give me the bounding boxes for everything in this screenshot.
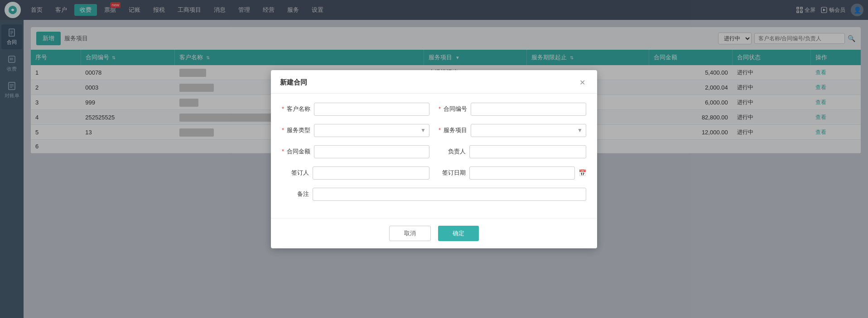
form-group-sign-date: 签订日期 2023-06-06 📅 <box>439 166 586 180</box>
form-group-service-item: * 服务项目 ▼ <box>439 124 586 137</box>
required-mark-4: * <box>439 127 441 133</box>
form-group-responsible: 负责人 <box>439 145 586 158</box>
calendar-icon[interactable]: 📅 <box>579 169 586 176</box>
new-contract-modal: 新建合同 ✕ * 客户名称 * 合同编号 <box>271 70 597 248</box>
modal-overlay: 新建合同 ✕ * 客户名称 * 合同编号 <box>0 0 868 318</box>
contract-no-input[interactable] <box>471 103 586 116</box>
amount-label: * 合同金额 <box>282 147 310 156</box>
required-mark-2: * <box>439 105 441 112</box>
contract-no-label: * 合同编号 <box>439 105 467 113</box>
cancel-button[interactable]: 取消 <box>389 226 431 241</box>
responsible-label: 负责人 <box>439 147 466 156</box>
signer-input[interactable] <box>313 166 429 180</box>
modal-footer: 取消 确定 <box>271 218 597 248</box>
sign-date-input[interactable]: 2023-06-06 <box>469 166 575 180</box>
service-type-wrapper: ▼ <box>314 124 429 137</box>
amount-input[interactable]: 0.00 <box>314 145 429 158</box>
remark-input[interactable] <box>313 188 586 201</box>
modal-body: * 客户名称 * 合同编号 * <box>271 94 597 218</box>
form-row-1: * 客户名称 * 合同编号 <box>282 103 586 116</box>
required-mark-3: * <box>282 127 284 133</box>
form-group-amount: * 合同金额 0.00 <box>282 145 429 158</box>
form-row-3: * 合同金额 0.00 负责人 <box>282 145 586 158</box>
form-row-2: * 服务类型 ▼ * 服务项目 <box>282 124 586 137</box>
required-mark: * <box>282 105 284 112</box>
sign-date-label: 签订日期 <box>439 169 466 177</box>
customer-name-label: * 客户名称 <box>282 105 310 113</box>
service-item-select[interactable] <box>471 124 586 137</box>
modal-title: 新建合同 <box>280 78 307 87</box>
service-item-label: * 服务项目 <box>439 126 467 134</box>
confirm-button[interactable]: 确定 <box>438 226 479 241</box>
responsible-input[interactable] <box>469 145 586 158</box>
remark-label: 备注 <box>282 190 309 198</box>
modal-close-button[interactable]: ✕ <box>577 77 588 88</box>
form-group-signer: 签订人 <box>282 166 429 180</box>
signer-label: 签订人 <box>282 169 309 177</box>
form-group-remark: 备注 <box>282 188 586 201</box>
form-row-5: 备注 <box>282 188 586 201</box>
form-group-service-type: * 服务类型 ▼ <box>282 124 429 137</box>
form-row-4: 签订人 签订日期 2023-06-06 📅 <box>282 166 586 180</box>
service-item-wrapper: ▼ <box>471 124 586 137</box>
service-type-select[interactable] <box>314 124 429 137</box>
customer-name-input[interactable] <box>314 103 429 116</box>
service-type-label: * 服务类型 <box>282 126 310 134</box>
modal-header: 新建合同 ✕ <box>271 70 597 94</box>
form-group-contract-no: * 合同编号 <box>439 103 586 116</box>
required-mark-5: * <box>282 148 284 155</box>
form-group-customer: * 客户名称 <box>282 103 429 116</box>
